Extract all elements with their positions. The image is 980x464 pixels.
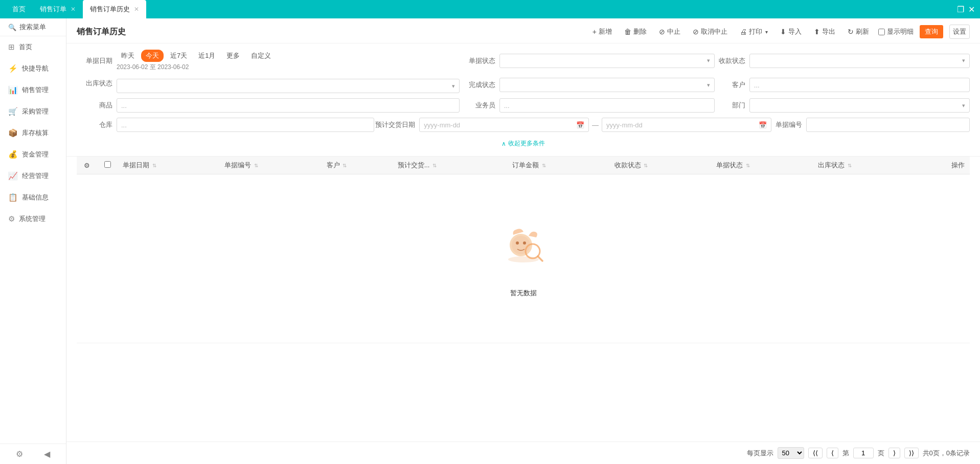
sort-payment-status-icon: ⇅	[644, 163, 648, 168]
completion-status-label: 完成状态	[460, 80, 495, 90]
th-checkbox[interactable]	[97, 157, 118, 174]
sidebar-item-inventory[interactable]: 📦 库存核算	[0, 122, 66, 144]
new-button[interactable]: + 新增	[589, 25, 615, 38]
date-btn-yesterday[interactable]: 昨天	[117, 50, 139, 62]
sidebar-settings-icon[interactable]: ⚙	[16, 449, 23, 459]
document-number-input[interactable]	[806, 118, 970, 132]
filter-department: 部门 ▾	[715, 98, 970, 113]
empty-area: 暂无数据	[82, 179, 965, 339]
sidebar-item-operations-label: 经营管理	[22, 171, 49, 181]
expected-delivery-to[interactable]: yyyy-mm-dd 📅	[602, 118, 771, 132]
purchase-icon: 🛒	[8, 107, 18, 116]
filter-salesperson: 业务员 ...	[460, 98, 715, 113]
payment-status-label: 收款状态	[715, 56, 745, 65]
tab-sales-order-history-close[interactable]: ✕	[134, 6, 139, 13]
system-icon: ⚙	[8, 214, 15, 224]
customer-label: 客户	[715, 80, 745, 90]
first-page-button[interactable]: ⟨⟨	[808, 448, 823, 458]
date-btn-custom[interactable]: 自定义	[246, 50, 276, 62]
cancel-stop-icon: ⊘	[693, 28, 699, 36]
th-document-status[interactable]: 单据状态 ⇅	[711, 157, 813, 174]
show-details-checkbox-label[interactable]: 显示明细	[878, 27, 914, 36]
th-payment-status[interactable]: 收款状态 ⇅	[609, 157, 711, 174]
date-btn-more[interactable]: 更多	[222, 50, 244, 62]
select-all-checkbox[interactable]	[104, 161, 111, 168]
date-btn-7days[interactable]: 近7天	[166, 50, 192, 62]
sidebar-item-purchase[interactable]: 🛒 采购管理	[0, 101, 66, 122]
outbound-status-select[interactable]: ▾	[117, 79, 460, 93]
salesperson-input[interactable]: ...	[499, 98, 715, 113]
sidebar-item-base-info[interactable]: 📋 基础信息	[0, 187, 66, 208]
calendar-from-icon[interactable]: 📅	[576, 121, 584, 129]
print-arrow-icon: ▾	[765, 29, 768, 35]
show-details-checkbox[interactable]	[878, 29, 885, 35]
last-page-button[interactable]: ⟩⟩	[904, 448, 919, 458]
th-document-status-label: 单据状态	[716, 161, 743, 169]
sidebar-item-base-info-label: 基础信息	[22, 193, 49, 202]
tab-sales-order-label: 销售订单	[40, 5, 66, 14]
document-status-select[interactable]: ▾	[499, 54, 715, 68]
date-btn-today[interactable]: 今天	[141, 50, 164, 62]
th-order-amount[interactable]: 订单金额 ⇅	[507, 157, 609, 174]
sidebar-item-operations[interactable]: 📈 经营管理	[0, 165, 66, 187]
next-page-button[interactable]: ⟩	[888, 448, 900, 458]
prev-page-button[interactable]: ⟨	[827, 448, 838, 458]
sidebar-item-system[interactable]: ⚙ 系统管理	[0, 208, 66, 230]
expected-delivery-from[interactable]: yyyy-mm-dd 📅	[419, 118, 589, 132]
tab-sales-order[interactable]: 销售订单 ✕	[33, 0, 83, 18]
tab-sales-order-history[interactable]: 销售订单历史 ✕	[83, 0, 146, 18]
sidebar-item-home[interactable]: ⊞ 首页	[0, 36, 66, 58]
print-button[interactable]: 🖨 打印 ▾	[737, 25, 771, 38]
salesperson-label: 业务员	[460, 101, 495, 110]
page-size-label: 每页显示	[747, 449, 773, 458]
refresh-label: 刷新	[856, 27, 869, 36]
date-from-placeholder: yyyy-mm-dd	[424, 121, 460, 129]
product-input[interactable]: ...	[117, 98, 460, 113]
sidebar-item-finance-label: 资金管理	[22, 150, 49, 159]
refresh-button[interactable]: ↻ 刷新	[845, 25, 872, 38]
th-outbound-status[interactable]: 出库状态 ⇅	[813, 157, 915, 174]
settings-button[interactable]: 设置	[949, 25, 970, 39]
calendar-to-icon[interactable]: 📅	[759, 121, 767, 129]
th-settings[interactable]: ⚙	[77, 157, 97, 174]
filter-row-2: 出库状态 ▾ 完成状态 ▾ 客户 ...	[77, 77, 970, 93]
quick-nav-icon: ⚡	[8, 64, 18, 73]
customer-input[interactable]: ...	[749, 78, 970, 92]
sidebar-collapse-icon[interactable]: ◀	[44, 449, 50, 459]
th-customer[interactable]: 客户 ⇅	[322, 157, 393, 174]
top-bar-right: ❐ ✕	[957, 5, 975, 14]
page-size-select[interactable]: 50 10 20 100	[778, 447, 804, 459]
th-number[interactable]: 单据编号 ⇅	[219, 157, 321, 174]
sidebar-item-quick-nav[interactable]: ⚡ 快捷导航	[0, 58, 66, 79]
current-page-input[interactable]	[853, 448, 874, 458]
sidebar-item-sales[interactable]: 📊 销售管理	[0, 79, 66, 101]
query-button[interactable]: 查询	[920, 25, 943, 38]
cancel-stop-label: 取消中止	[701, 27, 727, 36]
sidebar-item-purchase-label: 采购管理	[22, 107, 49, 116]
outbound-status-arrow: ▾	[452, 83, 455, 90]
th-expected-delivery[interactable]: 预计交货... ⇅	[393, 157, 508, 174]
import-button[interactable]: ⬇ 导入	[777, 25, 805, 38]
payment-status-select[interactable]: ▾	[749, 54, 970, 68]
tab-sales-order-close[interactable]: ✕	[71, 6, 76, 13]
delete-button[interactable]: 🗑 删除	[621, 25, 650, 38]
stop-button[interactable]: ⊘ 中止	[656, 25, 683, 38]
department-select[interactable]: ▾	[749, 98, 970, 113]
sidebar-item-finance[interactable]: 💰 资金管理	[0, 144, 66, 165]
restore-icon[interactable]: ❐	[957, 5, 964, 14]
close-window-icon[interactable]: ✕	[968, 5, 975, 14]
total-records: 共0页，0条记录	[923, 449, 970, 458]
th-date[interactable]: 单据日期 ⇅	[118, 157, 219, 174]
cancel-stop-button[interactable]: ⊘ 取消中止	[690, 25, 731, 38]
search-menu[interactable]: 🔍 搜索菜单	[0, 18, 66, 36]
th-outbound-status-label: 出库状态	[818, 161, 845, 169]
sidebar-bottom: ⚙ ◀	[0, 444, 66, 464]
collapse-row[interactable]: ∧ 收起更多条件	[77, 137, 970, 150]
date-btn-1month[interactable]: 近1月	[194, 50, 220, 62]
export-button[interactable]: ⬆ 导出	[811, 25, 838, 38]
stop-icon: ⊘	[659, 28, 665, 36]
completion-status-arrow: ▾	[707, 82, 710, 89]
warehouse-input[interactable]: ...	[117, 118, 374, 132]
completion-status-select[interactable]: ▾	[499, 78, 715, 92]
tab-home[interactable]: 首页	[5, 0, 33, 18]
